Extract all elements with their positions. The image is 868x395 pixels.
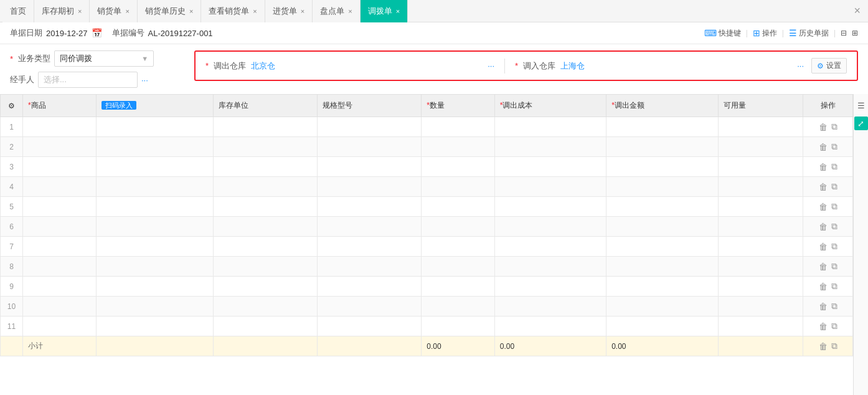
delete-icon-10[interactable]: 🗑	[819, 302, 828, 312]
tab-view-sales-close[interactable]: ×	[253, 7, 257, 15]
tab-stocktake[interactable]: 盘点单 ×	[313, 0, 360, 22]
cost-cell-9[interactable]	[494, 277, 606, 297]
qty-cell-3[interactable]	[422, 157, 495, 177]
tab-bar-close-all[interactable]: ×	[846, 4, 868, 17]
delete-icon-7[interactable]: 🗑	[819, 242, 828, 252]
unit-cell-6[interactable]	[213, 217, 317, 237]
qty-cell-6[interactable]	[422, 217, 495, 237]
unit-cell-8[interactable]	[213, 257, 317, 277]
delete-icon-11[interactable]: 🗑	[819, 321, 828, 331]
history-btn[interactable]: ☰ 历史单据	[789, 28, 829, 39]
amount-cell-5[interactable]	[606, 197, 718, 217]
goods-cell-3[interactable]	[23, 157, 97, 177]
amount-cell-9[interactable]	[606, 277, 718, 297]
tab-transfer[interactable]: 调拨单 ×	[361, 0, 408, 22]
settings-button[interactable]: ⚙ 设置	[811, 58, 847, 74]
subtotal-copy-icon[interactable]: ⧉	[831, 341, 837, 351]
business-type-select[interactable]: 同价调拨 ▼	[54, 50, 154, 67]
scan-button[interactable]: 扫码录入	[101, 101, 136, 110]
unit-cell-3[interactable]	[213, 157, 317, 177]
goods-cell-7[interactable]	[23, 237, 97, 257]
goods-cell-8[interactable]	[23, 257, 97, 277]
delete-icon-1[interactable]: 🗑	[819, 122, 828, 132]
amount-cell-8[interactable]	[606, 257, 718, 277]
qty-cell-9[interactable]	[422, 277, 495, 297]
cost-cell-1[interactable]	[494, 117, 606, 137]
copy-icon-4[interactable]: ⧉	[831, 181, 837, 192]
col-scan[interactable]: 扫码录入	[96, 95, 213, 117]
spec-cell-7[interactable]	[317, 237, 421, 257]
goods-cell-1[interactable]	[23, 117, 97, 137]
delete-icon-8[interactable]: 🗑	[819, 262, 828, 272]
cost-cell-10[interactable]	[494, 297, 606, 316]
delete-icon-9[interactable]: 🗑	[819, 282, 828, 292]
spec-cell-1[interactable]	[317, 117, 421, 137]
amount-cell-2[interactable]	[606, 137, 718, 157]
cost-cell-2[interactable]	[494, 137, 606, 157]
tab-purchase[interactable]: 进货单 ×	[265, 0, 313, 22]
cost-cell-4[interactable]	[494, 177, 606, 197]
goods-cell-6[interactable]	[23, 217, 97, 237]
delete-icon-3[interactable]: 🗑	[819, 162, 828, 172]
tab-sales-order[interactable]: 销货单 ×	[90, 0, 137, 22]
amount-cell-6[interactable]	[606, 217, 718, 237]
tab-stocktake-close[interactable]: ×	[348, 7, 352, 15]
copy-icon-11[interactable]: ⧉	[831, 321, 837, 331]
cost-cell-3[interactable]	[494, 157, 606, 177]
operation-btn[interactable]: ⊞ 操作	[753, 28, 777, 39]
cost-cell-5[interactable]	[494, 197, 606, 217]
transfer-in-value[interactable]: 上海仓	[560, 60, 585, 72]
tab-sales-order-close[interactable]: ×	[125, 7, 129, 15]
unit-cell-2[interactable]	[213, 137, 317, 157]
col-gear[interactable]: ⚙	[1, 95, 23, 117]
delete-icon-5[interactable]: 🗑	[819, 202, 828, 212]
qty-cell-10[interactable]	[422, 297, 495, 316]
subtotal-delete-icon[interactable]: 🗑	[819, 341, 828, 351]
sidebar-expand-icon[interactable]: ⤢	[854, 117, 868, 130]
copy-icon-5[interactable]: ⧉	[831, 201, 837, 212]
goods-cell-2[interactable]	[23, 137, 97, 157]
copy-icon-6[interactable]: ⧉	[831, 221, 837, 232]
amount-cell-10[interactable]	[606, 297, 718, 316]
tab-view-sales[interactable]: 查看销货单 ×	[201, 0, 265, 22]
spec-cell-6[interactable]	[317, 217, 421, 237]
qty-cell-7[interactable]	[422, 237, 495, 257]
layout-btn1[interactable]: ⊟	[841, 29, 847, 37]
cost-cell-7[interactable]	[494, 237, 606, 257]
transfer-out-more-btn[interactable]: ···	[488, 61, 494, 70]
cost-cell-8[interactable]	[494, 257, 606, 277]
spec-cell-5[interactable]	[317, 197, 421, 217]
cost-cell-6[interactable]	[494, 217, 606, 237]
unit-cell-7[interactable]	[213, 237, 317, 257]
spec-cell-11[interactable]	[317, 316, 421, 336]
handler-select[interactable]: 选择...	[38, 72, 138, 88]
qty-cell-8[interactable]	[422, 257, 495, 277]
unit-cell-1[interactable]	[213, 117, 317, 137]
copy-icon-1[interactable]: ⧉	[831, 121, 837, 132]
copy-icon-2[interactable]: ⧉	[831, 141, 837, 152]
unit-cell-4[interactable]	[213, 177, 317, 197]
tab-transfer-close[interactable]: ×	[396, 7, 400, 15]
amount-cell-1[interactable]	[606, 117, 718, 137]
amount-cell-4[interactable]	[606, 177, 718, 197]
unit-cell-11[interactable]	[213, 316, 317, 336]
copy-icon-3[interactable]: ⧉	[831, 161, 837, 172]
tab-purchase-close[interactable]: ×	[301, 7, 304, 15]
spec-cell-9[interactable]	[317, 277, 421, 297]
calendar-icon[interactable]: 📅	[92, 28, 102, 38]
delete-icon-6[interactable]: 🗑	[819, 222, 828, 232]
copy-icon-9[interactable]: ⧉	[831, 281, 837, 292]
goods-cell-10[interactable]	[23, 297, 97, 316]
handler-more-btn[interactable]: ···	[141, 75, 148, 85]
unit-cell-9[interactable]	[213, 277, 317, 297]
shortcut-btn[interactable]: ⌨ 快捷键	[704, 28, 741, 39]
qty-cell-2[interactable]	[422, 137, 495, 157]
sidebar-list-icon[interactable]: ☰	[855, 99, 867, 112]
spec-cell-10[interactable]	[317, 297, 421, 316]
tab-sales-history[interactable]: 销货单历史 ×	[138, 0, 201, 22]
amount-cell-3[interactable]	[606, 157, 718, 177]
tab-home[interactable]: 首页	[2, 0, 34, 22]
goods-cell-5[interactable]	[23, 197, 97, 217]
unit-cell-5[interactable]	[213, 197, 317, 217]
copy-icon-8[interactable]: ⧉	[831, 261, 837, 272]
